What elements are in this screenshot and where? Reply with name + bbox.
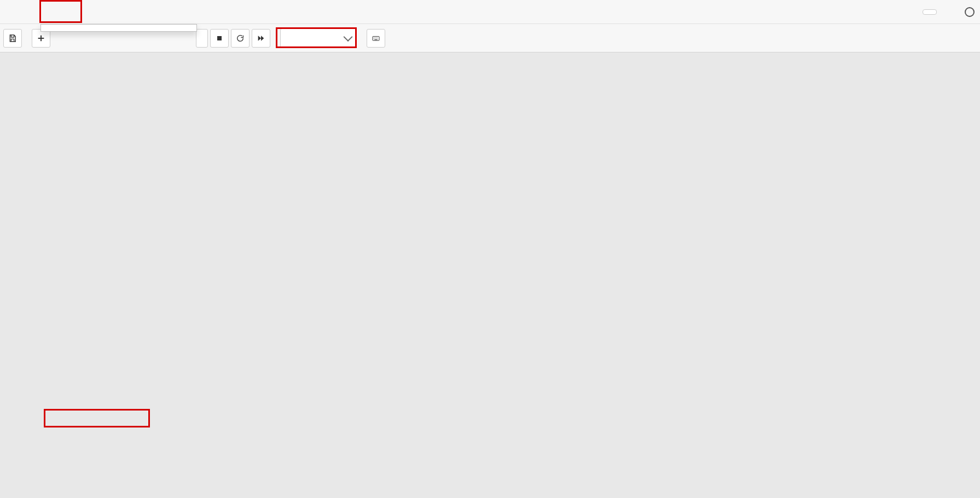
menu-bar bbox=[0, 0, 980, 24]
save-icon bbox=[8, 34, 17, 43]
stop-icon bbox=[215, 34, 224, 43]
keyboard-icon bbox=[372, 34, 380, 43]
interrupt-button[interactable] bbox=[210, 29, 229, 48]
trusted-indicator[interactable] bbox=[923, 9, 937, 15]
cell-type-select-wrap bbox=[280, 28, 357, 48]
kernel-status-icon[interactable] bbox=[965, 7, 975, 17]
run-button[interactable] bbox=[196, 29, 208, 48]
notebook-area bbox=[0, 52, 980, 498]
save-button[interactable] bbox=[3, 29, 22, 48]
plus-icon bbox=[37, 34, 45, 43]
cell-type-select[interactable] bbox=[280, 28, 357, 48]
fast-forward-icon bbox=[257, 34, 265, 43]
svg-rect-0 bbox=[217, 36, 222, 40]
restart-icon bbox=[236, 34, 245, 43]
command-palette-button[interactable] bbox=[367, 29, 385, 48]
menubar-right bbox=[923, 0, 975, 24]
edit-menu-dropdown bbox=[40, 24, 197, 32]
restart-button[interactable] bbox=[231, 29, 250, 48]
restart-run-all-button[interactable] bbox=[252, 29, 270, 48]
